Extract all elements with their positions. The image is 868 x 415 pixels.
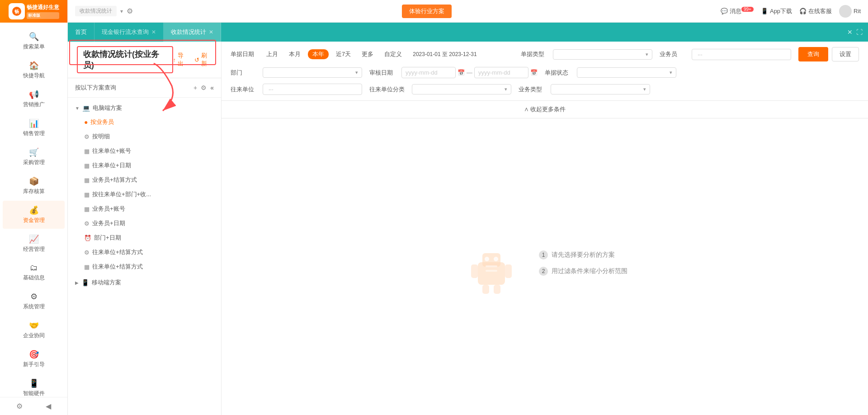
sidebar-item-shortcut[interactable]: 🏠 快捷导航 <box>3 56 65 84</box>
sidebar-collapse-btn[interactable]: ◀ <box>46 402 51 410</box>
sidebar-item-purchase[interactable]: 🛒 采购管理 <box>3 143 65 171</box>
staff-settle-icon: ▦ <box>84 177 90 184</box>
tree-item-staff-settle[interactable]: ▦ 业务员+结算方式 <box>68 173 221 187</box>
topbar-left: 收款情况统计 ▾ ⚙ <box>75 6 133 16</box>
sidebar-item-basic[interactable]: 🗂 基础信息 <box>3 259 65 286</box>
dept-select[interactable]: ▾ <box>263 67 362 78</box>
staff-select[interactable]: ··· <box>692 49 791 60</box>
sidebar-item-finance[interactable]: 💰 资金管理 <box>3 201 65 229</box>
sidebar-bottom: ⚙ ◀ <box>0 397 67 415</box>
tree-item-staff-date[interactable]: ⚙ 业务员+日期 <box>68 216 221 231</box>
scheme-settings-btn[interactable]: ⚙ <box>201 84 207 91</box>
sidebar-item-enterprise[interactable]: 🤝 企业协同 <box>3 316 65 344</box>
tree-item-label: 往来单位+结算方式 <box>92 248 143 256</box>
collapse-more-btn[interactable]: ∧ 收起更多条件 <box>222 101 868 118</box>
user-name: Rit <box>854 8 861 14</box>
basic-icon: 🗂 <box>30 263 38 273</box>
sidebar-item-guide[interactable]: 🎯 新手引导 <box>3 345 65 373</box>
audit-date-input-start[interactable]: yyyy-mm-dd <box>401 67 456 78</box>
unit-account-icon: ▦ <box>84 148 90 155</box>
sidebar-item-search[interactable]: 🔍 搜索菜单 <box>3 27 65 55</box>
refresh-btn[interactable]: ↺ 刷新 <box>194 52 212 68</box>
sidebar-item-inventory[interactable]: 📦 库存核算 <box>3 172 65 200</box>
topbar-action-button[interactable]: 体验行业方案 <box>402 5 452 18</box>
date-tab-last-month[interactable]: 上月 <box>263 49 282 59</box>
refresh-label: 刷新 <box>201 52 212 68</box>
query-btn[interactable]: 查询 <box>798 47 828 61</box>
sidebar-item-marketing[interactable]: 📢 营销推广 <box>3 85 65 113</box>
page-title: 收款情况统计(按业务员) <box>83 50 159 70</box>
sales-icon: 📊 <box>29 118 39 128</box>
dept-date-icon: ⏰ <box>84 235 91 241</box>
date-tabs: 上月 本月 本年 近7天 更多 自定义 <box>263 49 406 59</box>
bill-type-select[interactable]: ▾ <box>553 49 652 60</box>
calendar-icon-start[interactable]: 📅 <box>458 69 465 76</box>
date-tab-custom[interactable]: 自定义 <box>381 49 406 59</box>
tree-item-unit-date[interactable]: ▦ 往来单位+日期 <box>68 158 221 173</box>
tab-bank-close-icon[interactable]: ✕ <box>151 29 156 35</box>
tree-group-desktop-header[interactable]: ▼ 💻 电脑端方案 <box>68 101 221 115</box>
panel-collapse-btn[interactable]: « <box>210 84 214 91</box>
sidebar-nav: 🔍 搜索菜单 🏠 快捷导航 📢 营销推广 📊 销售管理 🛒 采购管理 📦 <box>0 23 67 397</box>
business-type-select[interactable]: ▾ <box>551 84 650 94</box>
user-avatar <box>839 5 852 18</box>
tab-close-all-icon[interactable]: ✕ <box>847 28 853 36</box>
tree-item-unit-dept[interactable]: ▦ 按往来单位+部门+收... <box>68 187 221 202</box>
app-download-btn[interactable]: 📱 App下载 <box>761 7 792 15</box>
settings-btn[interactable]: 设置 <box>832 47 859 61</box>
counterpart-category-select[interactable]: ▾ <box>412 84 511 94</box>
tree-item-label: 往来单位+账号 <box>92 147 131 155</box>
tree-item-label: 业务员+结算方式 <box>92 176 137 184</box>
collection-tab-label: 收款情况统计 <box>171 28 206 36</box>
tree-item-unit-settle2[interactable]: ▦ 往来单位+结算方式 <box>68 259 221 274</box>
tree-group-mobile-header[interactable]: ▶ 📱 移动端方案 <box>68 276 221 289</box>
counterpart-dots-icon[interactable]: ··· <box>269 86 274 93</box>
counterpart-select[interactable]: ··· <box>263 84 362 95</box>
svg-rect-10 <box>505 264 512 278</box>
export-btn[interactable]: ↑ 导出 <box>173 52 189 68</box>
counterpart-category-label: 往来单位分类 <box>369 85 405 94</box>
topbar-dropdown-btn[interactable]: ▾ <box>120 8 123 14</box>
tree-item-by-staff[interactable]: ● 按业务员 <box>68 115 221 129</box>
service-btn[interactable]: 🎧 在线客服 <box>799 7 832 15</box>
unit-settle1-icon: ⚙ <box>84 249 90 256</box>
tab-collection[interactable]: 收款情况统计 ✕ <box>164 23 221 42</box>
tab-bank[interactable]: 现金银行流水查询 ✕ <box>94 23 164 42</box>
date-range-display: 2023-01-01 至 2023-12-31 <box>413 51 476 58</box>
sidebar-item-operations[interactable]: 📈 经营管理 <box>3 230 65 258</box>
sidebar-settings-btn[interactable]: ⚙ <box>16 402 23 410</box>
tree-item-dept-date[interactable]: ⏰ 部门+日期 <box>68 231 221 245</box>
home-tab-label: 首页 <box>75 28 87 36</box>
calendar-icon-end[interactable]: 📅 <box>530 69 538 76</box>
audit-date-input-end[interactable]: yyyy-mm-dd <box>474 67 528 78</box>
user-btn[interactable]: Rit <box>839 5 861 18</box>
bill-status-select[interactable]: ▾ <box>577 67 676 78</box>
svg-rect-8 <box>486 270 497 272</box>
tab-home[interactable]: 首页 <box>68 23 94 42</box>
audit-date-end-placeholder: yyyy-mm-dd <box>478 69 510 76</box>
topbar-settings-btn[interactable]: ⚙ <box>127 7 133 15</box>
tree-item-unit-account[interactable]: ▦ 往来单位+账号 <box>68 144 221 158</box>
data-area: 1 请先选择要分析的方案 2 用过滤条件来缩小分析范围 <box>222 118 868 415</box>
sidebar-item-label: 基础信息 <box>23 274 45 282</box>
sidebar-item-hardware[interactable]: 📱 智能硬件 <box>3 374 65 397</box>
tree-item-by-detail[interactable]: ⚙ 按明细 <box>68 129 221 144</box>
date-tab-more[interactable]: 更多 <box>358 49 377 59</box>
tree-item-staff-account[interactable]: ▦ 业务员+账号 <box>68 202 221 216</box>
messages-btn[interactable]: 💬 消息 99+ <box>721 7 754 15</box>
date-tab-this-year[interactable]: 本年 <box>308 49 329 59</box>
add-scheme-btn[interactable]: + <box>193 84 197 91</box>
staff-dots-icon[interactable]: ··· <box>698 51 703 58</box>
mobile-group-label: 移动端方案 <box>92 278 121 287</box>
left-panel-title: 按以下方案查询 <box>75 84 116 92</box>
sidebar-item-system[interactable]: ⚙ 系统管理 <box>3 287 65 315</box>
date-tab-this-month[interactable]: 本月 <box>285 49 304 59</box>
date-tab-7days[interactable]: 近7天 <box>332 49 354 59</box>
tab-fullscreen-icon[interactable]: ⛶ <box>856 28 863 36</box>
tip-text-2: 用过滤条件来缩小分析范围 <box>552 267 627 275</box>
tree-item-unit-settle1[interactable]: ⚙ 往来单位+结算方式 <box>68 245 221 259</box>
tab-collection-close-icon[interactable]: ✕ <box>209 29 213 35</box>
sidebar-item-label: 采购管理 <box>23 159 45 166</box>
sidebar-item-sales[interactable]: 📊 销售管理 <box>3 114 65 142</box>
staff-date-icon: ⚙ <box>84 220 90 227</box>
